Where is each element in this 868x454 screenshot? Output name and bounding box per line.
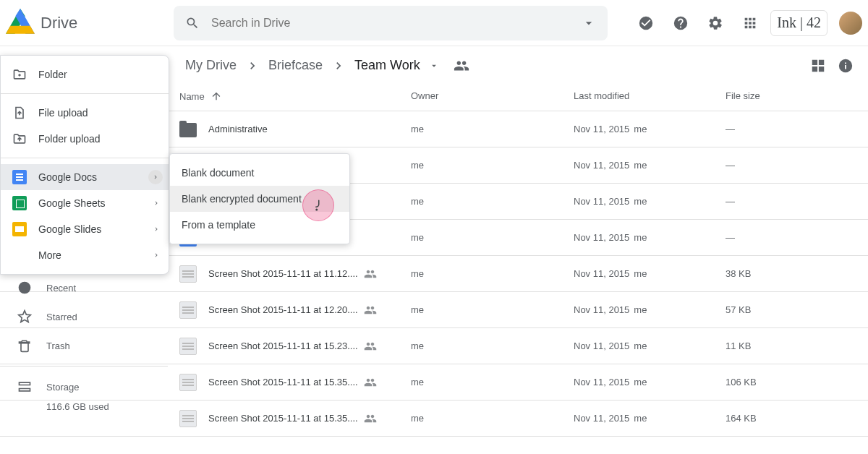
col-name-label: Name	[179, 91, 205, 102]
header: Drive Ink | 42	[0, 0, 868, 46]
file-owner: me	[411, 340, 574, 351]
menu-label: Google Slides	[38, 223, 101, 235]
image-thumb-icon	[179, 374, 197, 391]
file-name: Screen Shot 2015-11-11 at 15.35....	[208, 376, 411, 389]
submenu-arrow-icon	[153, 226, 160, 233]
col-name[interactable]: Name	[179, 90, 411, 102]
drive-logo-icon[interactable]	[6, 9, 35, 38]
menu-folder-upload[interactable]: Folder upload	[1, 126, 169, 152]
offline-ready-icon[interactable]	[631, 9, 660, 38]
apps-icon[interactable]	[736, 9, 765, 38]
sidebar-label: Trash	[46, 340, 70, 351]
search-bar[interactable]	[174, 6, 608, 40]
folder-icon	[179, 123, 197, 137]
menu-new-folder[interactable]: Folder	[1, 61, 169, 87]
file-size: —	[726, 160, 868, 171]
submenu-blank-document[interactable]: Blank document	[170, 160, 349, 186]
dropdown-icon[interactable]	[429, 61, 439, 71]
breadcrumb-item[interactable]: My Drive	[179, 55, 242, 76]
info-icon[interactable]	[838, 58, 854, 74]
sharing-icon[interactable]	[454, 58, 469, 74]
file-name: Screen Shot 2015-11-11 at 15.23....	[208, 340, 411, 353]
file-size: 38 KB	[726, 268, 868, 279]
file-owner: me	[411, 268, 574, 279]
folder-upload-icon	[12, 132, 27, 146]
menu-label: Google Docs	[38, 171, 97, 183]
sidebar-label: Recent	[46, 283, 76, 294]
file-owner: me	[411, 160, 574, 171]
file-modified: Nov 11, 2015me	[574, 268, 726, 279]
sheets-icon	[12, 196, 27, 210]
image-thumb-icon	[179, 410, 197, 427]
file-size: —	[726, 196, 868, 207]
file-modified: Nov 11, 2015me	[574, 304, 726, 315]
logo-area: Drive	[6, 9, 174, 38]
file-owner: me	[411, 304, 574, 315]
search-input[interactable]	[211, 17, 582, 30]
clock-icon	[17, 280, 32, 295]
sidebar-starred[interactable]: Starred	[0, 302, 168, 331]
star-icon	[17, 309, 32, 324]
settings-icon[interactable]	[701, 9, 730, 38]
submenu-arrow-icon	[153, 252, 160, 259]
menu-more[interactable]: More	[1, 242, 169, 268]
new-menu: Folder File upload Folder upload Google …	[0, 55, 169, 275]
storage-icon	[17, 380, 32, 394]
menu-google-slides[interactable]: Google Slides	[1, 216, 169, 242]
slides-icon	[12, 222, 27, 236]
sidebar-trash[interactable]: Trash	[0, 331, 168, 360]
docs-icon	[12, 170, 27, 184]
file-modified: Nov 11, 2015me	[574, 196, 726, 207]
shared-icon	[364, 304, 377, 317]
file-modified: Nov 11, 2015me	[574, 413, 726, 424]
file-owner: me	[411, 232, 574, 243]
shared-icon	[364, 412, 377, 425]
image-thumb-icon	[179, 265, 197, 283]
col-size[interactable]: File size	[726, 90, 868, 102]
file-modified: Nov 11, 2015me	[574, 160, 726, 171]
menu-label: Folder	[38, 69, 67, 80]
sidebar-label: Starred	[46, 312, 77, 322]
avatar[interactable]	[839, 12, 862, 35]
menu-label: File upload	[38, 107, 88, 119]
file-owner: me	[411, 196, 574, 207]
col-modified[interactable]: Last modified	[574, 90, 726, 102]
search-icon	[185, 16, 200, 30]
file-owner: me	[411, 377, 574, 387]
separator	[1, 93, 169, 94]
file-name: Screen Shot 2015-11-11 at 12.20....	[208, 304, 411, 317]
menu-file-upload[interactable]: File upload	[1, 100, 169, 126]
grid-view-icon[interactable]	[810, 58, 826, 74]
file-name: Screen Shot 2015-11-11 at 11.12....	[208, 267, 411, 280]
help-icon[interactable]	[666, 9, 695, 38]
sidebar-recent[interactable]: Recent	[0, 273, 168, 302]
blank-icon	[12, 248, 27, 262]
sidebar-storage[interactable]: Storage	[0, 372, 168, 401]
view-controls	[810, 58, 868, 74]
new-folder-icon	[12, 67, 27, 82]
chevron-right-icon	[331, 59, 346, 73]
shared-icon	[364, 267, 377, 280]
breadcrumb: My Drive Briefcase Team Work	[179, 55, 469, 76]
breadcrumb-item-current[interactable]: Team Work	[349, 55, 426, 76]
menu-label: Folder upload	[38, 133, 101, 145]
col-owner[interactable]: Owner	[411, 90, 574, 102]
file-modified: Nov 11, 2015me	[574, 232, 726, 243]
file-name: Administrative	[208, 124, 411, 134]
breadcrumb-item[interactable]: Briefcase	[263, 55, 328, 76]
account-label[interactable]: Ink | 42	[770, 10, 827, 36]
chevron-right-icon	[245, 59, 260, 73]
file-modified: Nov 11, 2015me	[574, 124, 726, 134]
separator	[0, 366, 168, 367]
search-options-icon[interactable]	[582, 16, 596, 30]
image-thumb-icon	[179, 338, 197, 355]
submenu-arrow-icon	[148, 170, 163, 184]
sort-asc-icon	[210, 90, 222, 102]
file-upload-icon	[12, 106, 27, 120]
menu-google-docs[interactable]: Google Docs	[1, 164, 169, 190]
file-size: 106 KB	[726, 377, 868, 387]
separator	[1, 158, 169, 158]
menu-google-sheets[interactable]: Google Sheets	[1, 190, 169, 216]
file-modified: Nov 11, 2015me	[574, 377, 726, 387]
menu-label: Google Sheets	[38, 197, 106, 209]
